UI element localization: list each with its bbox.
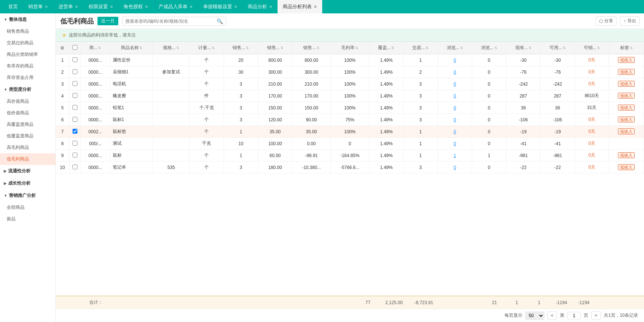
sidebar-item-all-goods[interactable]: 全部商品: [0, 202, 55, 213]
sidebar-section-type[interactable]: ▼ 类型度分析: [0, 83, 55, 96]
col-sales-amt[interactable]: 销售...⇅: [258, 42, 292, 54]
col-settings[interactable]: ⚙: [56, 42, 69, 54]
col-views2[interactable]: 浏览...⇅: [472, 42, 506, 54]
sidebar-item-low-margin[interactable]: 低毛利商品: [0, 153, 55, 165]
row-checkbox-cell[interactable]: [69, 54, 80, 66]
views1-link[interactable]: 1: [454, 153, 456, 158]
row-checkbox-cell[interactable]: [69, 162, 80, 173]
select-all-checkbox[interactable]: [73, 45, 77, 50]
col-tag[interactable]: 标签⇅: [609, 42, 644, 54]
row-views1[interactable]: 0: [438, 78, 472, 90]
views1-link[interactable]: 0: [454, 58, 456, 63]
col-spec[interactable]: 规格...⇅: [153, 42, 189, 54]
sidebar-item-high-coverage[interactable]: 高覆盖度商品: [0, 119, 55, 130]
row-views1[interactable]: 0: [438, 90, 472, 102]
col-sales-qty[interactable]: 销售...⇅: [224, 42, 258, 54]
col-unit[interactable]: 计量...⇅: [189, 42, 224, 54]
row-checkbox[interactable]: [73, 153, 77, 157]
col-sellable[interactable]: 可销...⇅: [575, 42, 609, 54]
nav-roles[interactable]: 角色授权 ✕: [118, 0, 153, 13]
sidebar-item-category-rate[interactable]: 商品分类助销率: [0, 49, 55, 60]
nav-sales-close[interactable]: ✕: [45, 4, 48, 9]
row-checkbox-cell[interactable]: [69, 126, 80, 138]
col-stock-avail[interactable]: 可用...⇅: [541, 42, 575, 54]
col-sales-cost[interactable]: 销售...⇅: [292, 42, 331, 54]
share-button[interactable]: ⬡ 分享: [596, 16, 616, 26]
sidebar-section-overall[interactable]: ▼ 整体信息: [0, 13, 55, 26]
sidebar-item-traded-goods[interactable]: 交易过的商品: [0, 37, 55, 49]
row-checkbox[interactable]: [73, 81, 77, 86]
sidebar-item-high-margin[interactable]: 高毛利商品: [0, 142, 55, 153]
sidebar-item-sales-goods[interactable]: 销售类商品: [0, 26, 55, 37]
col-name[interactable]: 商品名称⇅: [110, 42, 153, 54]
col-margin[interactable]: 毛利率⇅: [330, 42, 369, 54]
nav-analysis[interactable]: 商品分析 ✕: [243, 0, 278, 13]
views1-link[interactable]: 0: [454, 93, 456, 99]
row-checkbox[interactable]: [73, 117, 77, 122]
sidebar-section-liquidity[interactable]: ▶ 流通性分析: [0, 165, 55, 177]
row-checkbox-cell[interactable]: [69, 150, 80, 162]
row-checkbox-cell[interactable]: [69, 102, 80, 114]
sidebar-section-marketing[interactable]: ▼ 营销推广分析: [0, 189, 55, 202]
views1-link[interactable]: 0: [454, 82, 456, 87]
views1-link[interactable]: 0: [454, 165, 456, 170]
nav-template[interactable]: 单据模板设置 ✕: [198, 0, 243, 13]
row-views1[interactable]: 0: [438, 126, 472, 138]
row-checkbox[interactable]: [73, 165, 77, 169]
col-checkbox-all[interactable]: [69, 42, 80, 54]
sidebar-item-low-value[interactable]: 低价值商品: [0, 107, 55, 119]
nav-products[interactable]: 产成品入库单 ✕: [153, 0, 198, 13]
sidebar-item-in-stock[interactable]: 有库存的商品: [0, 60, 55, 72]
row-checkbox-cell[interactable]: [69, 78, 80, 90]
prev-page-button[interactable]: ＜: [547, 311, 557, 320]
row-checkbox-cell[interactable]: [69, 90, 80, 102]
nav-permissions[interactable]: 权限设置 ✕: [83, 0, 118, 13]
views1-link[interactable]: 0: [454, 117, 456, 122]
views1-link[interactable]: 0: [454, 70, 456, 75]
nav-purchase[interactable]: 进货单 ✕: [53, 0, 83, 13]
row-checkbox-cell[interactable]: [69, 114, 80, 126]
nav-roles-close[interactable]: ✕: [145, 4, 148, 9]
row-checkbox-cell[interactable]: [69, 66, 80, 78]
sidebar-item-low-coverage[interactable]: 低覆盖度商品: [0, 130, 55, 142]
row-views1[interactable]: 0: [438, 138, 472, 150]
page-number-input[interactable]: [567, 312, 581, 319]
sidebar-section-growth[interactable]: ▶ 成长性分析: [0, 177, 55, 189]
views1-link[interactable]: 0: [454, 129, 456, 134]
nav-home[interactable]: 首页: [3, 0, 23, 13]
next-page-button[interactable]: ＞: [591, 311, 601, 320]
sidebar-item-capital[interactable]: 库存资金占用: [0, 72, 55, 83]
search-input[interactable]: [125, 19, 217, 24]
row-views1[interactable]: 0: [438, 102, 472, 114]
export-button[interactable]: ↑ 导出: [620, 16, 640, 26]
row-views1[interactable]: 1: [438, 150, 472, 162]
nav-products-close[interactable]: ✕: [189, 4, 193, 9]
sidebar-item-new-goods[interactable]: 新品: [0, 213, 55, 225]
col-trades[interactable]: 交易...⇅: [403, 42, 438, 54]
period-button[interactable]: 近一月: [97, 17, 118, 25]
nav-sales[interactable]: 销货单 ✕: [23, 0, 53, 13]
row-views1[interactable]: 0: [438, 54, 472, 66]
row-views1[interactable]: 0: [438, 114, 472, 126]
row-views1[interactable]: 0: [438, 66, 472, 78]
col-views1[interactable]: 浏览...⇅: [438, 42, 472, 54]
views1-link[interactable]: 0: [454, 105, 456, 111]
nav-analysis-list[interactable]: 商品分析列表 ✕: [278, 0, 322, 13]
row-checkbox[interactable]: [73, 105, 77, 110]
col-coverage[interactable]: 覆盖...⇅: [369, 42, 403, 54]
nav-analysis-list-close[interactable]: ✕: [314, 4, 317, 9]
row-checkbox[interactable]: [73, 141, 77, 146]
row-checkbox-cell[interactable]: [69, 138, 80, 150]
col-stock-cur[interactable]: 现有...⇅: [506, 42, 541, 54]
views1-link[interactable]: 0: [454, 141, 456, 146]
nav-template-close[interactable]: ✕: [234, 4, 237, 9]
row-views1[interactable]: 0: [438, 162, 472, 173]
row-checkbox[interactable]: [73, 57, 77, 62]
page-size-select[interactable]: 50 100: [525, 312, 544, 320]
row-checkbox[interactable]: [73, 69, 77, 74]
nav-analysis-close[interactable]: ✕: [269, 4, 272, 9]
search-icon[interactable]: 🔍: [217, 18, 223, 24]
row-checkbox[interactable]: [73, 129, 77, 134]
nav-purchase-close[interactable]: ✕: [75, 4, 78, 9]
sidebar-item-high-value[interactable]: 高价值商品: [0, 96, 55, 107]
